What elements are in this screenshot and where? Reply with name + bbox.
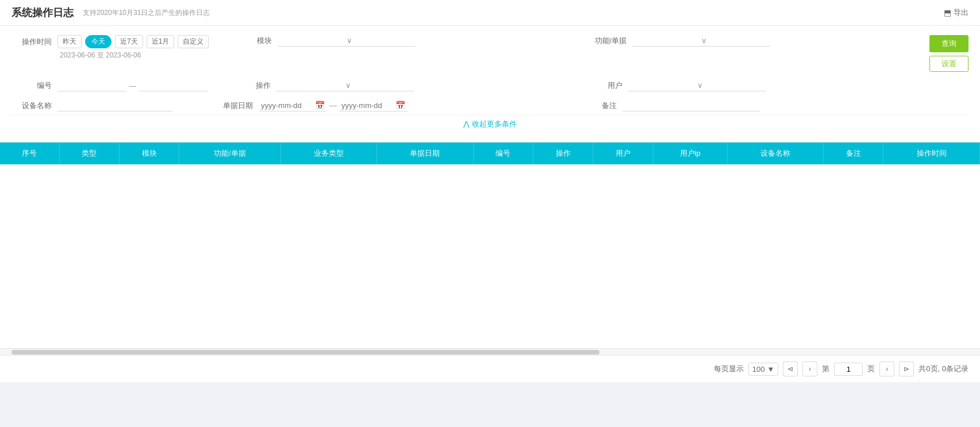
col-user: 用户 xyxy=(593,143,653,164)
settings-button[interactable]: 设置 xyxy=(929,56,969,72)
first-page-button[interactable]: ⊲ xyxy=(783,361,798,376)
pagination-footer: 每页显示 100 ▼ ⊲ ‹ 第 页 › ⊳ 共0页, 0条记录 xyxy=(0,355,980,382)
action-buttons: 查询 设置 xyxy=(929,35,969,72)
time-label: 操作时间 xyxy=(11,37,57,47)
device-label: 设备名称 xyxy=(11,101,57,111)
total-info: 共0页, 0条记录 xyxy=(918,364,969,374)
remark-label: 备注 xyxy=(577,101,622,111)
time-btn-yesterday[interactable]: 昨天 xyxy=(57,35,82,48)
last-page-button[interactable]: ⊳ xyxy=(899,361,914,376)
col-biz-type: 业务类型 xyxy=(280,143,376,164)
module-arrow-icon: ∨ xyxy=(347,36,413,45)
scrollbar-thumb[interactable] xyxy=(11,350,599,355)
module-label: 模块 xyxy=(232,36,278,46)
code-from-input[interactable] xyxy=(57,80,126,91)
operation-arrow-icon: ∨ xyxy=(345,81,412,90)
user-arrow-icon: ∨ xyxy=(697,81,764,90)
page-label: 第 xyxy=(822,364,829,374)
page-title: 系统操作日志 xyxy=(11,6,74,20)
col-user-ip: 用户ip xyxy=(653,143,727,164)
calendar-to-icon[interactable]: 📅 xyxy=(395,101,405,110)
next-page-button[interactable]: › xyxy=(879,361,894,376)
col-op-time: 操作时间 xyxy=(883,143,980,164)
export-icon: ⬒ xyxy=(944,8,951,17)
col-operation: 操作 xyxy=(533,143,593,164)
remark-input[interactable] xyxy=(622,100,760,111)
code-separator: — xyxy=(126,82,139,90)
col-function: 功能/单据 xyxy=(179,143,280,164)
collapse-icon: ⋀ xyxy=(463,120,470,128)
operation-select[interactable]: ∨ xyxy=(276,80,414,91)
page-size-value: 100 xyxy=(752,365,765,374)
bill-date-from-input[interactable] xyxy=(261,101,313,110)
bill-date-separator: — xyxy=(327,101,339,110)
prev-page-button[interactable]: ‹ xyxy=(802,361,817,376)
page-size-arrow-icon: ▼ xyxy=(767,365,774,374)
time-btn-custom[interactable]: 自定义 xyxy=(178,35,209,48)
horizontal-scrollbar[interactable] xyxy=(0,348,980,355)
calendar-from-icon[interactable]: 📅 xyxy=(315,101,325,110)
page-unit: 页 xyxy=(867,364,875,374)
page-header: 系统操作日志 支持2020年10月31日之后产生的操作日志 ⬒ 导出 xyxy=(0,0,980,26)
page-subtitle: 支持2020年10月31日之后产生的操作日志 xyxy=(83,8,210,18)
collapse-label: 收起更多条件 xyxy=(472,120,517,128)
device-input[interactable] xyxy=(57,100,172,111)
bill-date-from[interactable]: 📅 xyxy=(259,99,327,111)
function-arrow-icon: ∨ xyxy=(701,36,768,45)
col-code: 编号 xyxy=(473,143,533,164)
empty-data-area xyxy=(0,164,980,348)
page-size-label: 每页显示 xyxy=(714,364,744,374)
col-module: 模块 xyxy=(120,143,179,164)
bill-date-label: 单据日期 xyxy=(218,101,259,111)
data-table: 序号 类型 模块 功能/单据 业务类型 单据日期 编号 操作 用户 用户ip 设… xyxy=(0,143,980,164)
bill-date-to-input[interactable] xyxy=(341,101,393,110)
time-filter-group: 昨天 今天 近7天 近1月 自定义 xyxy=(57,35,209,48)
date-range-display: 2023-06-06 至 2023-06-06 xyxy=(60,51,141,60)
export-button[interactable]: ⬒ 导出 xyxy=(944,7,969,18)
filter-section: 操作时间 昨天 今天 近7天 近1月 自定义 2023-06-06 至 2023… xyxy=(0,26,980,143)
time-btn-1month[interactable]: 近1月 xyxy=(147,35,175,48)
time-btn-today[interactable]: 今天 xyxy=(85,35,112,48)
user-label: 用户 xyxy=(582,80,628,91)
user-select[interactable]: ∨ xyxy=(628,80,766,91)
col-bill-date: 单据日期 xyxy=(377,143,473,164)
collapse-bar[interactable]: ⋀ 收起更多条件 xyxy=(11,115,969,133)
table-container: 序号 类型 模块 功能/单据 业务类型 单据日期 编号 操作 用户 用户ip 设… xyxy=(0,143,980,348)
col-remark: 备注 xyxy=(824,143,883,164)
col-device: 设备名称 xyxy=(727,143,823,164)
bill-date-to[interactable]: 📅 xyxy=(339,99,408,111)
function-select[interactable]: ∨ xyxy=(632,35,770,47)
time-btn-7days[interactable]: 近7天 xyxy=(115,35,143,48)
code-label: 编号 xyxy=(11,80,57,91)
page-size-select[interactable]: 100 ▼ xyxy=(748,363,779,376)
col-type: 类型 xyxy=(59,143,119,164)
module-select[interactable]: ∨ xyxy=(278,35,416,47)
function-label: 功能/单据 xyxy=(586,36,632,46)
code-to-input[interactable] xyxy=(139,80,207,91)
query-button[interactable]: 查询 xyxy=(929,35,969,52)
page-number-input[interactable] xyxy=(834,363,863,376)
col-sequence: 序号 xyxy=(0,143,59,164)
table-header-row: 序号 类型 模块 功能/单据 业务类型 单据日期 编号 操作 用户 用户ip 设… xyxy=(0,143,980,164)
operation-label: 操作 xyxy=(230,80,276,91)
